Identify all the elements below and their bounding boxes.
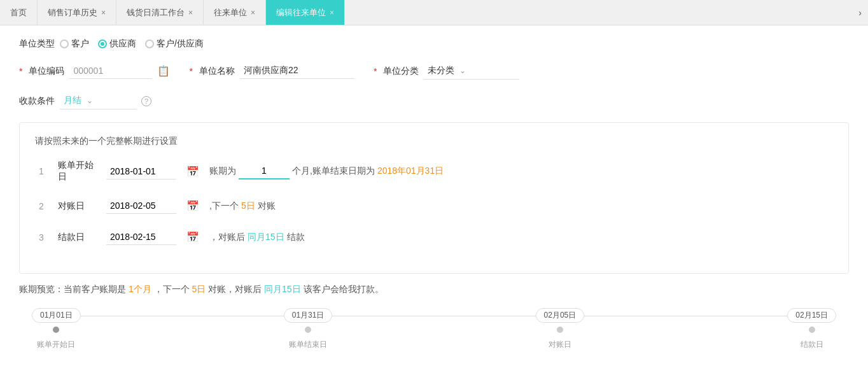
period-settle-date-icon[interactable]: 📅: [186, 231, 199, 243]
preview-prefix: 账期预览：当前客户账期是: [19, 284, 126, 294]
preview-teal1: 同月15日: [264, 284, 301, 294]
timeline-point-1: 01月31日 账单结束日: [284, 308, 333, 350]
timeline-points: 01月01日 账单开始日 01月31日 账单结束日 02月05日 对账日: [32, 308, 836, 350]
unit-type-group: 单位类型 客户 供应商 客户/供应商: [19, 38, 204, 50]
tab-more-button[interactable]: ›: [852, 0, 868, 25]
period-start-date-icon[interactable]: 📅: [186, 165, 199, 178]
code-name-category-row: * 单位编码 📋 * 单位名称 * 单位分类 未分类 ⌄: [19, 62, 849, 80]
preview-middle1: ，下一个: [154, 284, 190, 294]
timeline-bubble-1: 01月31日: [284, 308, 333, 323]
timeline-label-0: 账单开始日: [37, 339, 75, 350]
timeline-dot-3: [809, 327, 815, 333]
timeline-point-3: 02月15日 结款日: [787, 308, 836, 350]
tab-partner-close[interactable]: ×: [251, 8, 255, 17]
main-content: 单位类型 客户 供应商 客户/供应商 * 单位编码: [0, 25, 868, 387]
unit-code-group: * 单位编码 📋: [19, 63, 170, 79]
unit-category-star: *: [374, 66, 377, 76]
period-row-1-label: 账单开始日: [58, 160, 96, 183]
tab-sales-order[interactable]: 销售订单历史 ×: [38, 0, 116, 25]
preview-middle2: 对账，对账后: [208, 284, 262, 294]
period-row-3-prefix: ，对账后: [209, 232, 245, 243]
period-row-2-suffix: 对账: [258, 201, 276, 212]
period-row-3-num: 3: [35, 232, 48, 243]
unit-category-label: 单位分类: [383, 66, 419, 77]
period-end-date-highlight: 2018年01月31日: [377, 165, 444, 177]
timeline-label-2: 对账日: [549, 339, 571, 350]
timeline-bubble-0: 01月01日: [32, 308, 81, 323]
unit-type-row: 单位类型 客户 供应商 客户/供应商: [19, 38, 849, 50]
tab-edit-partner[interactable]: 编辑往来单位 ×: [266, 0, 345, 25]
tab-cash-work-close[interactable]: ×: [188, 8, 193, 17]
payment-terms-help[interactable]: ?: [141, 96, 151, 106]
tab-home[interactable]: 首页: [0, 0, 38, 25]
timeline-dot-0: [53, 327, 59, 333]
payment-terms-label: 收款条件: [19, 95, 55, 107]
period-row-2-highlight: 5日: [241, 201, 255, 212]
unit-name-star: *: [189, 66, 192, 76]
unit-name-input[interactable]: [240, 63, 354, 79]
timeline-label-1: 账单结束日: [289, 339, 327, 350]
timeline-point-0: 01月01日 账单开始日: [32, 308, 81, 350]
period-row-2-label: 对账日: [58, 201, 96, 212]
payment-terms-select[interactable]: 月结 ⌄: [60, 92, 136, 109]
payment-terms-row: 收款条件 月结 ⌄ ?: [19, 92, 849, 109]
unit-code-star: *: [19, 66, 22, 76]
unit-name-group: * 单位名称: [189, 63, 354, 79]
radio-customer-circle: [60, 39, 69, 48]
period-row-3: 3 结款日 📅 ，对账后 同月15日 结款: [35, 229, 833, 245]
tab-home-label: 首页: [10, 7, 27, 18]
period-row-1-extra-prefix: 账期为: [209, 165, 236, 177]
tab-partner[interactable]: 往来单位 ×: [204, 0, 266, 25]
period-row-3-highlight: 同月15日: [248, 232, 284, 243]
unit-category-value: 未分类: [428, 65, 454, 76]
unit-name-label: 单位名称: [199, 66, 235, 77]
period-settings-box: 请按照未来的一个完整帐期进行设置 1 账单开始日 📅 账期为 个月,账单结束日期…: [19, 122, 849, 274]
timeline-date-1: 01月31日: [292, 311, 325, 320]
period-row-3-extra: ，对账后 同月15日 结款: [209, 232, 305, 243]
period-month-input[interactable]: [239, 163, 290, 179]
preview-orange2: 5日: [192, 284, 206, 294]
tabs-bar: 首页 销售订单历史 × 钱货日清工作台 × 往来单位 × 编辑往来单位 × ›: [0, 0, 868, 25]
radio-supplier-circle: [98, 39, 107, 48]
unit-category-select[interactable]: 未分类 ⌄: [424, 62, 519, 80]
unit-category-chevron: ⌄: [459, 66, 466, 75]
unit-type-label: 单位类型: [19, 38, 55, 50]
period-start-date-input[interactable]: [106, 164, 176, 179]
payment-terms-chevron: ⌄: [87, 96, 93, 105]
timeline-bubble-3: 02月15日: [787, 308, 836, 323]
tab-edit-partner-close[interactable]: ×: [330, 8, 334, 17]
timeline-date-2: 02月05日: [544, 311, 577, 320]
timeline-dot-2: [557, 327, 563, 333]
period-row-1-extra-middle: 个月,账单结束日期为: [292, 165, 375, 177]
period-row-2-num: 2: [35, 201, 48, 211]
unit-category-group: * 单位分类 未分类 ⌄: [374, 62, 519, 80]
radio-supplier-label: 供应商: [109, 38, 136, 50]
tab-sales-order-label: 销售订单历史: [48, 7, 97, 18]
unit-type-radios: 客户 供应商 客户/供应商: [60, 38, 204, 50]
radio-both-label: 客户/供应商: [157, 38, 204, 50]
unit-code-copy-icon[interactable]: 📋: [157, 65, 170, 77]
unit-code-input[interactable]: [69, 63, 152, 79]
timeline-date-0: 01月01日: [40, 311, 73, 320]
period-row-3-suffix: 结款: [287, 232, 305, 243]
payment-terms-value: 月结: [64, 95, 81, 106]
tab-partner-label: 往来单位: [214, 7, 247, 18]
tab-edit-partner-label: 编辑往来单位: [276, 7, 326, 18]
tab-sales-order-close[interactable]: ×: [101, 8, 106, 17]
tab-cash-work[interactable]: 钱货日清工作台 ×: [116, 0, 204, 25]
period-reconcile-date-icon[interactable]: 📅: [186, 200, 199, 212]
preview-suffix: 该客户会给我打款。: [304, 284, 384, 294]
radio-customer-label: 客户: [71, 38, 89, 50]
period-reconcile-date-input[interactable]: [106, 198, 176, 214]
radio-both[interactable]: 客户/供应商: [145, 38, 204, 50]
timeline-label-3: 结款日: [801, 339, 823, 350]
timeline-dot-1: [305, 327, 311, 333]
period-title: 请按照未来的一个完整帐期进行设置: [35, 136, 833, 147]
payment-terms-group: 收款条件 月结 ⌄ ?: [19, 92, 151, 109]
period-settle-date-input[interactable]: [106, 229, 176, 245]
radio-supplier[interactable]: 供应商: [98, 38, 136, 50]
radio-customer[interactable]: 客户: [60, 38, 89, 50]
period-row-1-extra: 账期为 个月,账单结束日期为 2018年01月31日: [209, 163, 444, 179]
timeline-point-2: 02月05日 对账日: [536, 308, 585, 350]
unit-code-label: 单位编码: [29, 66, 64, 77]
